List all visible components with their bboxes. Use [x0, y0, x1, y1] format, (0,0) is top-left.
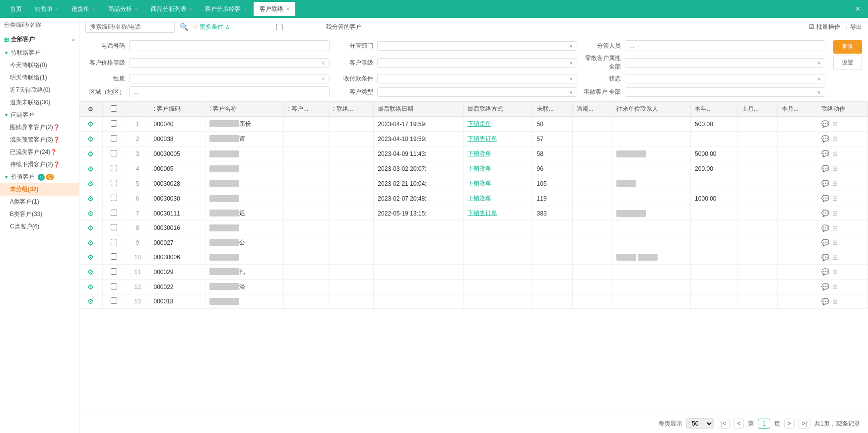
last-page-btn[interactable]: >|: [799, 419, 810, 429]
sparse-customer-select[interactable]: ∨: [625, 87, 825, 97]
contact-type-link[interactable]: 下销售订单: [467, 210, 497, 216]
next-page-btn[interactable]: >: [784, 419, 795, 429]
reset-button[interactable]: 设置: [833, 56, 862, 70]
tab-sales[interactable]: 销售单 ×: [29, 2, 65, 16]
message-action-icon[interactable]: 💬: [821, 165, 829, 172]
row-gear-icon[interactable]: ⚙: [79, 294, 102, 309]
sidebar-item-abnormal[interactable]: 囤购异常客户(2) ❓: [0, 121, 79, 134]
page-size-select[interactable]: 50 100 200: [686, 418, 714, 429]
price-grade-select[interactable]: ∨: [129, 58, 330, 68]
grid-action-icon[interactable]: ⊞: [832, 195, 838, 202]
tab-customer-contact[interactable]: 客户联络 ×: [254, 2, 295, 16]
row-gear-icon[interactable]: ⚙: [79, 250, 102, 265]
row-last-contact-type[interactable]: 下销货单: [463, 176, 533, 191]
sidebar-item-tomorrow[interactable]: 明天待联络(1): [0, 72, 79, 84]
row-checkbox[interactable]: [111, 283, 117, 289]
message-action-icon[interactable]: 💬: [821, 268, 829, 276]
row-last-contact-type[interactable]: 下销货单: [463, 117, 533, 132]
row-gear-icon[interactable]: ⚙: [79, 221, 102, 235]
row-last-contact-type[interactable]: 下销货单: [463, 161, 533, 176]
row-checkbox-cell[interactable]: [102, 117, 126, 132]
customer-type-select[interactable]: ∨: [377, 87, 578, 97]
phone-input[interactable]: [129, 40, 330, 51]
message-action-icon[interactable]: 💬: [821, 254, 829, 261]
tab-home[interactable]: 首页: [4, 2, 28, 16]
row-gear-icon[interactable]: ⚙: [79, 117, 102, 132]
manager-ellipsis[interactable]: ...: [625, 40, 825, 51]
row-checkbox-cell[interactable]: [102, 235, 126, 250]
row-gear-icon[interactable]: ⚙: [79, 176, 102, 191]
row-last-contact-type[interactable]: 下销货单: [463, 191, 533, 206]
sidebar-item-a[interactable]: A类客户(1): [0, 196, 79, 208]
message-action-icon[interactable]: 💬: [821, 239, 829, 246]
row-checkbox-cell[interactable]: [102, 146, 126, 161]
tab-purchase[interactable]: 进货单 ×: [66, 2, 101, 16]
row-checkbox-cell[interactable]: [102, 294, 126, 309]
row-checkbox-cell[interactable]: [102, 161, 126, 176]
nature-select[interactable]: ∨: [129, 74, 330, 83]
sidebar-item-overdue[interactable]: 逾期未联络(30): [0, 96, 79, 109]
row-checkbox[interactable]: [111, 297, 117, 304]
tab-product-analysis-list[interactable]: 商品分析列表 ×: [145, 2, 199, 16]
message-action-icon[interactable]: 💬: [821, 298, 829, 305]
grid-action-icon[interactable]: ⊞: [832, 120, 838, 128]
row-checkbox[interactable]: [111, 165, 117, 171]
sidebar-item-7days[interactable]: 近7天待联络(0): [0, 84, 79, 96]
sidebar-item-b[interactable]: B类客户(33): [0, 208, 79, 220]
close-product-analysis-list-icon[interactable]: ×: [190, 6, 193, 12]
grid-action-icon[interactable]: ⊞: [832, 165, 838, 172]
region-ellipsis[interactable]: ...: [129, 86, 330, 97]
grid-action-icon[interactable]: ⊞: [832, 150, 838, 157]
row-last-contact-type[interactable]: 下销货单: [463, 146, 533, 161]
contact-type-link[interactable]: 下销货单: [467, 180, 491, 187]
row-checkbox-cell[interactable]: [102, 176, 126, 191]
message-action-icon[interactable]: 💬: [821, 135, 829, 143]
row-checkbox[interactable]: [111, 180, 117, 186]
sparse-attr-select[interactable]: ∨: [625, 58, 825, 68]
message-action-icon[interactable]: 💬: [821, 180, 829, 187]
row-gear-icon[interactable]: ⚙: [79, 146, 102, 161]
row-checkbox-cell[interactable]: [102, 191, 126, 206]
row-checkbox[interactable]: [111, 120, 117, 127]
row-checkbox[interactable]: [111, 210, 117, 216]
row-checkbox-cell[interactable]: [102, 280, 126, 294]
close-sales-icon[interactable]: ×: [56, 6, 59, 12]
query-button[interactable]: 查询: [833, 40, 862, 54]
message-action-icon[interactable]: 💬: [821, 120, 829, 128]
more-conditions-btn[interactable]: ▽ 更多条件 ∧: [193, 23, 230, 31]
question-icon-4[interactable]: ❓: [53, 161, 60, 168]
search-input[interactable]: [85, 21, 175, 33]
batch-operation-btn[interactable]: ☑ 批量操作: [809, 23, 840, 31]
problem-customer-group[interactable]: ▼ 问题客户: [0, 109, 79, 121]
grid-action-icon[interactable]: ⊞: [832, 283, 838, 290]
my-customers-checkbox-label[interactable]: 我分管的客户: [235, 23, 362, 31]
row-gear-icon[interactable]: ⚙: [79, 161, 102, 176]
export-btn[interactable]: ↓ 导出: [845, 23, 862, 31]
row-last-contact-type[interactable]: 下销售订单: [463, 206, 533, 221]
row-checkbox-cell[interactable]: [102, 250, 126, 265]
message-action-icon[interactable]: 💬: [821, 150, 829, 157]
row-last-contact-type[interactable]: 下销售订单: [463, 132, 533, 146]
row-checkbox[interactable]: [111, 195, 117, 201]
contact-type-link[interactable]: 下销货单: [467, 195, 491, 202]
message-action-icon[interactable]: 💬: [821, 224, 829, 232]
contact-type-link[interactable]: 下销货单: [467, 150, 491, 157]
row-gear-icon[interactable]: ⚙: [79, 280, 102, 294]
row-checkbox[interactable]: [111, 150, 117, 156]
question-icon-2[interactable]: ❓: [53, 137, 60, 143]
select-all-checkbox[interactable]: [111, 105, 117, 112]
row-checkbox[interactable]: [111, 239, 117, 245]
row-checkbox[interactable]: [111, 135, 117, 142]
contact-type-link[interactable]: 下销货单: [467, 120, 491, 127]
all-customers-header[interactable]: ⊞ 全部客户 «: [0, 32, 79, 47]
status-select[interactable]: ∨: [625, 74, 825, 83]
first-page-btn[interactable]: |<: [718, 419, 730, 429]
grid-action-icon[interactable]: ⊞: [832, 224, 838, 232]
message-action-icon[interactable]: 💬: [821, 210, 829, 217]
row-checkbox[interactable]: [111, 268, 117, 275]
my-customers-checkbox[interactable]: [235, 24, 324, 30]
question-icon-3[interactable]: ❓: [50, 149, 57, 155]
row-checkbox-cell[interactable]: [102, 132, 126, 146]
window-close-icon[interactable]: ×: [852, 4, 864, 13]
value-customer-group[interactable]: ▼ 价值客户 ↻ C: [0, 171, 79, 183]
